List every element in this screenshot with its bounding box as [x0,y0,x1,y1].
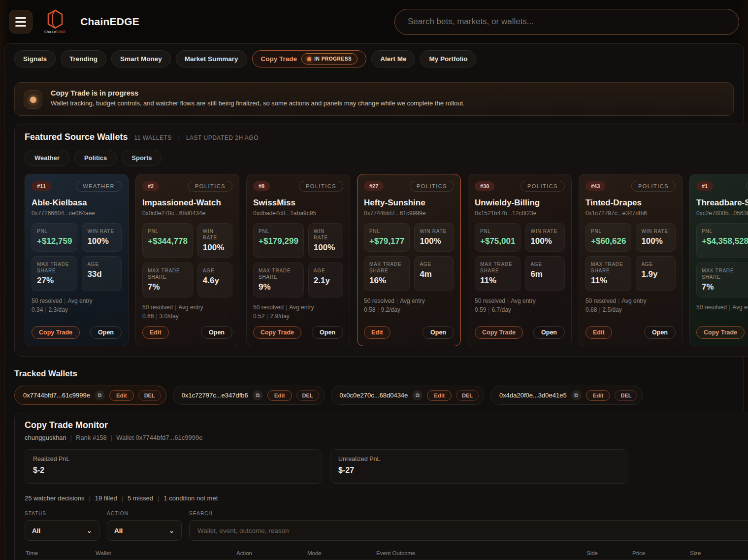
copy-address-icon[interactable]: ⧉ [253,390,263,400]
delete-wallet-button[interactable]: DEL [456,390,479,401]
nav-tab-market-summary[interactable]: Market Summary [176,50,247,67]
hamburger-menu-button[interactable] [9,10,33,33]
max-trade-share-label: MAX TRADE SHARE [369,261,404,274]
card-primary-action-button[interactable]: Edit [364,326,390,339]
nav-tab-copy-trade[interactable]: Copy Trade IN PROGRESS [252,50,367,67]
age-stat-tile: AGE 2.1y [308,263,343,297]
card-primary-action-button[interactable]: Copy Trade [696,326,745,339]
card-primary-action-button[interactable]: Edit [142,326,169,339]
max-trade-share-value: 16% [369,276,404,286]
wallet-address: 0x0c0e270c...68d0434e [142,210,232,217]
tracked-wallet-chip[interactable]: 0x4da20f0e...3d0e41e5 ⧉ Edit DEL [490,386,643,405]
wallet-address: 0xc2e7800b...0563be51 [696,210,748,217]
category-filter-chip-weather[interactable]: Weather [25,150,69,166]
card-open-button[interactable]: Open [312,326,343,339]
pnl-value: +$344,778 [148,236,188,246]
card-open-button[interactable]: Open [201,326,232,339]
edit-wallet-button[interactable]: Edit [109,390,134,401]
tracked-wallets-section: Tracked Wallets 0x7744bfd7...61c9999e ⧉ … [14,369,734,405]
action-filter-label: ACTION [107,511,182,516]
wallet-address: 0x1c72797c...e347dfb6 [585,210,676,217]
category-filter-chip-sports[interactable]: Sports [122,150,162,166]
decisions-table: TimeWalletActionModeEvent OutcomeSidePri… [25,549,748,560]
pnl-label: PNL [37,228,72,234]
card-open-button[interactable]: Open [533,326,565,339]
banner-status-icon [24,90,42,109]
pnl-label: PNL [480,228,515,234]
copy-address-icon[interactable]: ⧉ [571,390,582,400]
featured-wallets-title: Featured Source Wallets [25,132,128,142]
delete-wallet-button[interactable]: DEL [615,390,637,401]
source-wallet-card[interactable]: #1 POLITICS Threadbare-Sku 0xc2e7800b...… [689,174,748,346]
delete-wallet-button[interactable]: DEL [296,390,319,401]
tracked-wallet-chip[interactable]: 0x7744bfd7...61c9999e ⧉ Edit DEL [14,386,166,405]
nav-tab-smart-money[interactable]: Smart Money [111,50,171,67]
win-rate-stat-tile: WIN RATE 100% [308,223,343,258]
pnl-stat-tile: PNL +$12,759 [32,223,77,252]
nav-tab-label: Alert Me [380,55,406,63]
card-primary-action-button[interactable]: Copy Trade [253,326,301,339]
rank-badge: #1 [696,181,713,191]
monitor-search-input[interactable] [189,520,748,541]
age-label: AGE [314,267,338,274]
rank-badge: #27 [364,181,384,191]
pnl-stat-tile: PNL +$79,177 [364,223,410,252]
win-rate-label: WIN RATE [641,228,670,234]
card-primary-action-button[interactable]: Copy Trade [475,326,523,339]
source-wallet-card[interactable]: #2 POLITICS Impassioned-Watch 0x0c0e270c… [135,174,239,346]
wallet-meta-line: 50 resolved|Avg entry 0.52|2.9/day [253,303,343,321]
copy-address-icon[interactable]: ⧉ [95,390,105,400]
global-search-input[interactable] [394,9,739,35]
source-wallet-card[interactable]: #8 POLITICS SwissMiss 0xdbade4c8...1aba9… [246,174,350,346]
edit-wallet-button[interactable]: Edit [267,390,292,401]
max-trade-share-stat-tile: MAX TRADE SHARE 7% [142,263,193,297]
wallet-meta-line: 50 resolved|Avg entry 0.66|3.0/day [142,303,232,321]
wallet-meta-line: 50 resolved|Avg entry 0.34|2.3/day [32,296,122,314]
max-trade-share-value: 7% [702,282,748,292]
edit-wallet-button[interactable]: Edit [586,390,611,401]
banner-message: Wallet tracking, budget controls, and wa… [51,99,465,107]
status-filter-select[interactable]: All ⌄ [25,520,99,541]
card-open-button[interactable]: Open [644,326,676,339]
age-stat-tile: AGE 4m [414,256,454,291]
source-wallet-card[interactable]: #43 POLITICS Tinted-Drapes 0x1c72797c...… [579,174,683,346]
delete-wallet-button[interactable]: DEL [138,390,161,401]
nav-tab-alert-me[interactable]: Alert Me [371,50,415,67]
card-open-button[interactable]: Open [423,326,454,339]
nav-tab-signals[interactable]: Signals [14,50,56,67]
monitor-filter-row: STATUS All ⌄ ACTION All ⌄ SEARCH [25,511,748,541]
wallet-name: Impassioned-Watch [142,198,232,208]
tracked-wallet-chip[interactable]: 0x1c72797c...e347dfb6 ⧉ Edit DEL [173,386,325,405]
wallet-count-label: 11 WALLETS [134,134,171,141]
source-wallet-card[interactable]: #30 POLITICS Unwieldy-Billing 0x1521b47b… [468,174,572,346]
watcher-stats-line: 25 watcher decisions|19 filled|5 missed|… [25,494,748,502]
category-filter-chip-politics[interactable]: Politics [74,150,117,166]
card-open-button[interactable]: Open [90,326,122,339]
card-primary-action-button[interactable]: Copy Trade [32,326,80,339]
age-label: AGE [203,267,227,274]
edit-wallet-button[interactable]: Edit [427,390,452,401]
nav-tab-label: Trending [69,55,98,63]
status-dot-icon [307,57,311,61]
win-rate-value: 100% [87,236,116,246]
max-trade-share-value: 9% [259,282,298,292]
nav-tab-trending[interactable]: Trending [61,50,106,67]
max-trade-share-label: MAX TRADE SHARE [148,267,188,280]
nav-tabs: Signals Trending Smart Money Market Summ… [4,44,744,74]
age-value: 2.1y [314,276,338,286]
wallet-address: 0x77266604...ce064aee [32,210,122,217]
age-value: 1.9y [641,269,670,279]
tracked-wallet-chip[interactable]: 0x0c0e270c...68d0434e ⧉ Edit DEL [331,386,485,405]
source-wallet-card[interactable]: #27 POLITICS Hefty-Sunshine 0x7744bfd7..… [357,174,461,346]
status-filter-label: STATUS [25,511,99,516]
nav-tab-my-portfolio[interactable]: My Portfolio [420,50,476,67]
last-updated-label: LAST UPDATED 2H AGO [186,134,259,141]
card-primary-action-button[interactable]: Edit [585,326,612,339]
source-wallet-card[interactable]: #11 WEATHER Able-Kielbasa 0x77266604...c… [25,174,129,346]
wallet-name: Unwieldy-Billing [475,198,565,208]
pnl-label: PNL [591,228,626,234]
action-filter-select[interactable]: All ⌄ [107,520,182,541]
column-header-action: Action [235,549,306,560]
wallet-address: 0x7744bfd7...61c9999e [364,210,454,217]
copy-address-icon[interactable]: ⧉ [412,390,423,400]
